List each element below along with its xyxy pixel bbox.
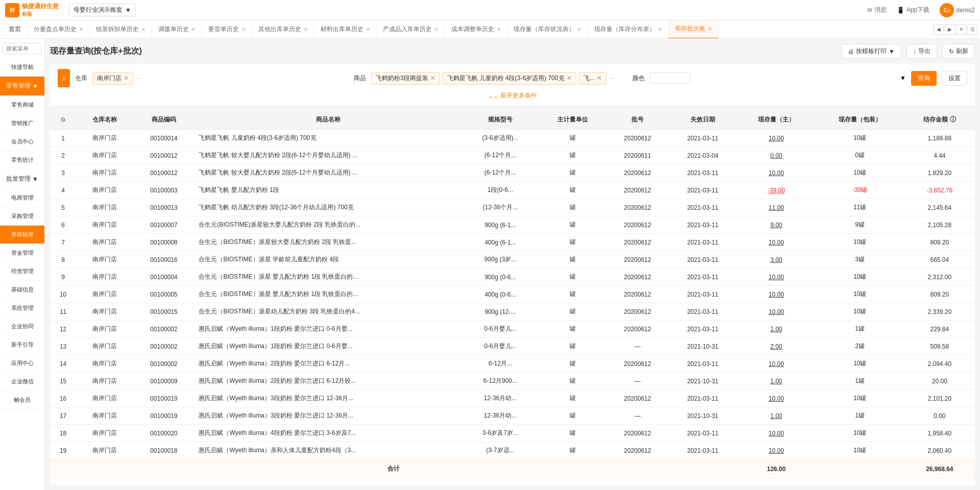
tab-diaobodanji[interactable]: 调拨单历史 ✕ bbox=[152, 20, 202, 39]
expand-sidebar-btn[interactable]: › bbox=[58, 69, 70, 87]
tab-cailiaochuku[interactable]: 材料出库单历史 ✕ bbox=[314, 20, 377, 39]
row-qty-main[interactable]: 10.00 bbox=[737, 355, 815, 373]
app-download-btn[interactable]: 📱 App下载 bbox=[897, 6, 929, 14]
close-icon[interactable]: ✕ bbox=[497, 27, 501, 32]
close-icon[interactable]: ✕ bbox=[708, 26, 712, 32]
sidebar-item-xitong[interactable]: 系统管理 bbox=[0, 299, 44, 317]
row-qty-main[interactable]: 10.00 bbox=[737, 234, 815, 251]
row-qty-main[interactable]: 1.00 bbox=[737, 407, 815, 425]
nav-prev-btn[interactable]: ◀ bbox=[934, 24, 944, 35]
row-qty-main[interactable]: -39.00 bbox=[737, 182, 815, 199]
col-settings[interactable]: ⚙ bbox=[50, 110, 76, 130]
close-icon[interactable]: ✕ bbox=[304, 27, 308, 32]
col-spec: 规格型号 bbox=[461, 110, 539, 130]
sidebar-search-area[interactable] bbox=[0, 39, 44, 58]
tab-fenliangpandian[interactable]: 分量盘点单历史 ✕ bbox=[28, 20, 90, 39]
tag-close-icon[interactable]: ✕ bbox=[124, 75, 129, 82]
print-btn[interactable]: 🖨 按模板打印 ▼ bbox=[841, 44, 901, 59]
sidebar-item-jichu[interactable]: 基础信息 bbox=[0, 281, 44, 299]
org-selector[interactable]: 母婴行业演示账套 ▼ bbox=[69, 4, 136, 16]
tab-yaohuo[interactable]: 要货单历史 ✕ bbox=[202, 20, 252, 39]
row-qty-main[interactable]: 11.00 bbox=[737, 199, 815, 216]
tab-chenben[interactable]: 成本调整单历史 ✕ bbox=[445, 20, 507, 39]
sidebar-item-zijin[interactable]: 资金管理 bbox=[0, 244, 44, 262]
filter-area: › 仓库 南岸门店 ✕ ··· 商品 飞鹤奶粉3段两提装 ✕ bbox=[50, 64, 975, 105]
row-qty-main[interactable]: 1.00 bbox=[737, 373, 815, 390]
sidebar-item-kucun[interactable]: 库存核算 bbox=[0, 226, 44, 244]
row-qty-main[interactable]: 10.00 bbox=[737, 130, 815, 147]
row-qty-main[interactable]: 3.00 bbox=[737, 251, 815, 268]
sidebar-item-weixin[interactable]: 企业微信 bbox=[0, 373, 44, 391]
close-icon[interactable]: ✕ bbox=[191, 27, 195, 32]
nav-next-btn[interactable]: ▶ bbox=[945, 24, 955, 35]
warehouse-more-btn[interactable]: ··· bbox=[136, 75, 141, 82]
sidebar-item-yingyong[interactable]: 应用中心 bbox=[0, 354, 44, 373]
tab-qitachuku[interactable]: 其他出库单历史 ✕ bbox=[252, 20, 314, 39]
close-icon[interactable]: ✕ bbox=[577, 27, 581, 32]
row-qty-main[interactable]: 9.00 bbox=[737, 216, 815, 234]
tab-xiancunliang2[interactable]: 现存量（库存分布表） ✕ bbox=[588, 20, 669, 39]
tag-close-icon[interactable]: ✕ bbox=[567, 75, 572, 82]
row-qty-main[interactable]: 10.00 bbox=[737, 286, 815, 303]
tab-kucunpici[interactable]: 库存批次账 ✕ bbox=[669, 20, 719, 39]
tab-home[interactable]: 首页 bbox=[3, 20, 28, 39]
close-icon[interactable]: ✕ bbox=[241, 27, 246, 32]
filter-expand-btn[interactable]: ⌄⌄ 展开更多条件 bbox=[58, 91, 967, 100]
nav-close-btn[interactable]: ✕ bbox=[956, 24, 966, 35]
row-code: 00100012 bbox=[133, 147, 195, 164]
row-amount: 1,189.88 bbox=[904, 130, 975, 147]
sidebar-item-huiyuan[interactable]: 会员中心 bbox=[0, 133, 44, 151]
product-tag-2[interactable]: 飞鹤星飞帆 儿童奶粉 4段(3-6岁适用) 700克 ✕ bbox=[443, 72, 576, 85]
nav-menu-btn[interactable]: ☰ bbox=[967, 24, 977, 35]
color-select[interactable] bbox=[650, 72, 691, 84]
sidebar-item-caigou[interactable]: 采购管理 bbox=[0, 207, 44, 226]
tab-chanchengpin[interactable]: 产成品入库单历史 ✕ bbox=[377, 20, 445, 39]
sidebar-item-dianshang[interactable]: 电商管理 bbox=[0, 189, 44, 207]
close-icon[interactable]: ✕ bbox=[366, 27, 370, 32]
sidebar-item-jingying[interactable]: 经营管理 bbox=[0, 262, 44, 281]
query-btn[interactable]: 查询 bbox=[911, 71, 937, 86]
sidebar-item-changhui[interactable]: 畅会员 bbox=[0, 391, 44, 409]
row-qty-main[interactable]: 10.00 bbox=[737, 303, 815, 321]
sidebar-item-lingshoul[interactable]: 零售管理 ▼ bbox=[0, 77, 44, 96]
sidebar-item-yingxiao[interactable]: 营销推广 bbox=[0, 114, 44, 133]
row-qty-pkg: 10罐 bbox=[816, 286, 904, 303]
sidebar-item-qiye[interactable]: 企业协同 bbox=[0, 317, 44, 336]
row-warehouse: 南岸门店 bbox=[76, 355, 133, 373]
close-icon[interactable]: ✕ bbox=[141, 27, 145, 32]
sidebar-item-kuaijie[interactable]: 快捷导航 bbox=[0, 58, 44, 77]
row-qty-main[interactable]: 10.00 bbox=[737, 268, 815, 286]
sidebar-item-lingshoucheng[interactable]: 零售商城 bbox=[0, 96, 44, 114]
settings-btn[interactable]: 设置 bbox=[942, 71, 967, 86]
row-no: 4 bbox=[50, 182, 76, 199]
warehouse-tag[interactable]: 南岸门店 ✕ bbox=[92, 72, 133, 85]
message-btn[interactable]: ✉ 消息 bbox=[867, 6, 887, 14]
tab-zuzhangchaixie[interactable]: 组装拆卸单历史 ✕ bbox=[90, 20, 152, 39]
close-icon[interactable]: ✕ bbox=[434, 27, 438, 32]
close-icon[interactable]: ✕ bbox=[79, 27, 83, 32]
refresh-btn[interactable]: ↻ 刷新 bbox=[942, 44, 975, 59]
row-warehouse: 南岸门店 bbox=[76, 164, 133, 182]
row-qty-main[interactable]: 0.00 bbox=[737, 147, 815, 164]
product-tag-3[interactable]: 飞... ✕ bbox=[579, 72, 606, 85]
tab-xiancunliang1[interactable]: 现存量（库存状况表） ✕ bbox=[507, 20, 588, 39]
row-qty-main[interactable]: 10.00 bbox=[737, 442, 815, 459]
tag-close-icon[interactable]: ✕ bbox=[597, 75, 602, 82]
row-qty-main[interactable]: 1.00 bbox=[737, 321, 815, 338]
row-qty-main[interactable]: 2.00 bbox=[737, 338, 815, 355]
row-qty-main[interactable]: 10.00 bbox=[737, 390, 815, 407]
row-spec: (12-36个月... bbox=[461, 199, 539, 216]
row-qty-main[interactable]: 10.00 bbox=[737, 425, 815, 442]
tag-close-icon[interactable]: ✕ bbox=[430, 75, 435, 82]
search-input[interactable] bbox=[3, 43, 42, 54]
row-qty-main[interactable]: 10.00 bbox=[737, 164, 815, 182]
sidebar-item-lingshoutj[interactable]: 零售统计 bbox=[0, 151, 44, 169]
sidebar-item-pifaguanli[interactable]: 批发管理 ▼ bbox=[0, 169, 44, 189]
sidebar-item-xinshou[interactable]: 新手引导 bbox=[0, 336, 44, 354]
user-profile[interactable]: Ea demo2 bbox=[940, 3, 975, 17]
row-spec: 0-6月婴儿... bbox=[461, 338, 539, 355]
close-icon[interactable]: ✕ bbox=[658, 27, 662, 32]
export-btn[interactable]: ↓ 导出 bbox=[906, 44, 937, 59]
product-tag-1[interactable]: 飞鹤奶粉3段两提装 ✕ bbox=[371, 72, 440, 85]
product-more-btn[interactable]: ··· bbox=[609, 75, 614, 82]
